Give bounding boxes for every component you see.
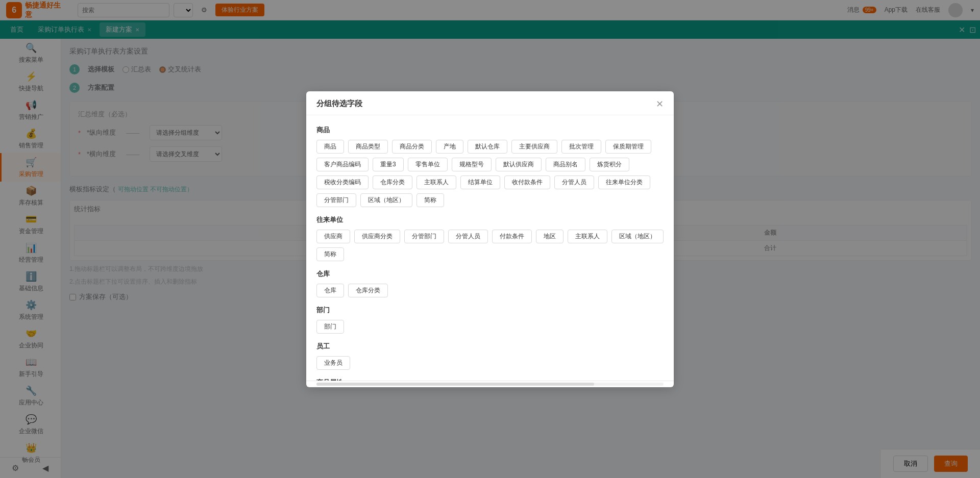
field-tag[interactable]: 往来单位分类 (598, 175, 650, 189)
field-tag[interactable]: 地区 (536, 230, 564, 243)
field-tag[interactable]: 炼货积分 (590, 158, 629, 171)
field-tag[interactable]: 仓库分类 (373, 175, 412, 189)
field-tag[interactable]: 区域（地区） (611, 230, 664, 243)
section-title-partner: 往来单位 (316, 215, 664, 224)
field-grid-dept: 部门 (316, 320, 664, 334)
field-tag[interactable]: 收付款条件 (504, 175, 550, 189)
field-tag[interactable]: 税收分类编码 (316, 175, 369, 189)
field-tag[interactable]: 重量3 (373, 158, 404, 171)
field-tag[interactable]: 批次管理 (561, 140, 601, 154)
field-tag[interactable]: 付款条件 (492, 230, 532, 243)
modal-header: 分组待选字段 ✕ (306, 91, 674, 115)
field-grid-warehouse: 仓库 仓库分类 (316, 284, 664, 297)
field-grid-employee: 业务员 (316, 356, 664, 370)
field-tag[interactable]: 仓库 (316, 284, 344, 297)
section-title-goods: 商品 (316, 125, 664, 135)
field-tag[interactable]: 主要供应商 (511, 140, 557, 154)
field-tag[interactable]: 规格型号 (452, 158, 492, 171)
field-tag[interactable]: 客户商品编码 (316, 158, 369, 171)
field-tag[interactable]: 商品分类 (392, 140, 432, 154)
modal-overlay: 分组待选字段 ✕ 商品 商品 商品类型 商品分类 产地 默认仓库 主要供应商 批… (0, 0, 980, 478)
field-tag[interactable]: 部门 (316, 320, 344, 334)
field-tag[interactable]: 默认仓库 (468, 140, 507, 154)
modal-title: 分组待选字段 (316, 99, 362, 109)
section-title-warehouse: 仓库 (316, 269, 664, 279)
field-tag[interactable]: 分管人员 (554, 175, 594, 189)
field-tag[interactable]: 商品别名 (546, 158, 585, 171)
field-tag[interactable]: 产地 (436, 140, 463, 154)
field-tag[interactable]: 分管人员 (448, 230, 488, 243)
field-tag[interactable]: 主联系人 (416, 175, 456, 189)
field-tag[interactable]: 供应商分类 (354, 230, 400, 243)
field-tag[interactable]: 分管部门 (404, 230, 444, 243)
field-tag[interactable]: 业务员 (316, 356, 350, 370)
field-select-modal: 分组待选字段 ✕ 商品 商品 商品类型 商品分类 产地 默认仓库 主要供应商 批… (306, 91, 674, 387)
field-tag[interactable]: 主联系人 (568, 230, 607, 243)
section-title-employee: 员工 (316, 342, 664, 351)
modal-close-btn[interactable]: ✕ (656, 98, 664, 110)
section-title-dept: 部门 (316, 306, 664, 315)
field-tag[interactable]: 保质期管理 (605, 140, 651, 154)
field-tag[interactable]: 商品 (316, 140, 344, 154)
field-tag[interactable]: 分管部门 (316, 193, 356, 207)
field-tag[interactable]: 商品类型 (348, 140, 388, 154)
field-tag[interactable]: 简称 (316, 247, 344, 261)
field-tag[interactable]: 区域（地区） (360, 193, 412, 207)
field-tag[interactable]: 默认供应商 (496, 158, 542, 171)
field-tag[interactable]: 仓库分类 (348, 284, 388, 297)
modal-body: 商品 商品 商品类型 商品分类 产地 默认仓库 主要供应商 批次管理 保质期管理… (306, 115, 674, 381)
field-grid-partner: 供应商 供应商分类 分管部门 分管人员 付款条件 地区 主联系人 区域（地区） … (316, 230, 664, 261)
field-tag[interactable]: 零售单位 (408, 158, 448, 171)
field-grid-goods: 商品 商品类型 商品分类 产地 默认仓库 主要供应商 批次管理 保质期管理 客户… (316, 140, 664, 207)
field-tag[interactable]: 结算单位 (460, 175, 500, 189)
modal-hscrollbar[interactable] (306, 381, 674, 387)
field-tag[interactable]: 简称 (416, 193, 444, 207)
field-tag[interactable]: 供应商 (316, 230, 350, 243)
